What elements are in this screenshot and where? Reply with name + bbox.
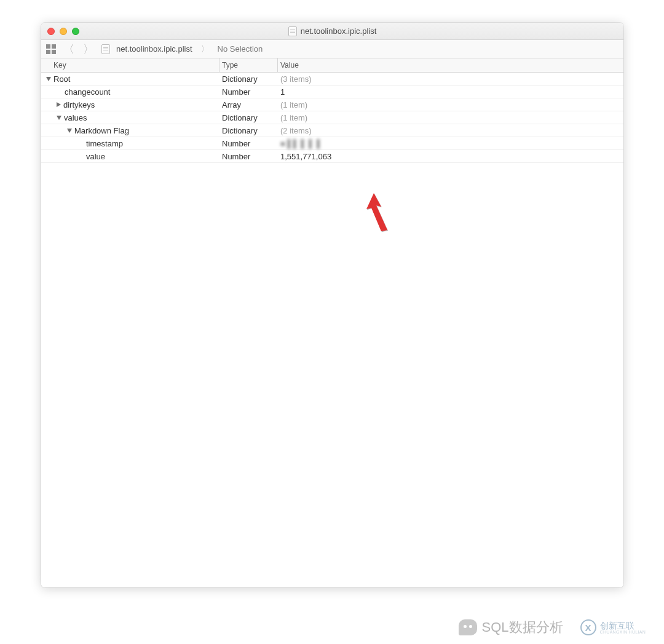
row-type[interactable]: Array [219,100,278,109]
row-key[interactable]: values [64,113,87,122]
window-title-text: net.toolinbox.ipic.plist [301,26,377,36]
table-row[interactable]: valueNumber1,551,771,063 [41,150,623,163]
disclosure-open-icon[interactable] [67,129,72,133]
row-type[interactable]: Dictionary [219,126,278,135]
plist-editor-window: net.toolinbox.ipic.plist 〈 〉 net.toolinb… [41,23,623,587]
wechat-watermark: SQL数据分析 [459,618,563,637]
column-header-key[interactable]: Key [41,58,219,72]
cx-watermark-sub: CHUANGXIN HULIAN [600,630,646,634]
nav-forward-button[interactable]: 〉 [82,44,95,55]
disclosure-closed-icon[interactable] [57,102,61,107]
wechat-watermark-text: SQL数据分析 [482,618,563,637]
column-header-type[interactable]: Type [219,58,278,72]
plist-tree[interactable]: RootDictionary(3 items)changecountNumber… [41,73,623,587]
titlebar[interactable]: net.toolinbox.ipic.plist [41,23,623,40]
breadcrumb-separator-icon: 〉 [201,44,209,55]
row-key[interactable]: dirtykeys [63,100,95,109]
row-value[interactable]: (3 items) [278,74,623,84]
row-key[interactable]: timestamp [86,139,123,148]
row-type[interactable]: Number [219,87,278,97]
cx-watermark-text: 创新互联 [600,621,646,630]
row-key[interactable]: Root [53,74,70,84]
row-value[interactable]: 1 [278,87,623,97]
plist-file-icon [101,44,110,54]
row-value[interactable]: (1 item) [278,113,623,122]
table-row[interactable]: changecountNumber1 [41,85,623,98]
table-row[interactable]: RootDictionary(3 items) [41,73,623,85]
row-type[interactable]: Number [219,152,278,161]
disclosure-open-icon[interactable] [57,116,61,120]
view-layout-icon[interactable] [46,44,56,54]
table-row[interactable]: dirtykeysArray(1 item) [41,98,623,111]
breadcrumb-file[interactable]: net.toolinbox.ipic.plist [116,44,192,54]
table-row[interactable]: timestampNumber■ ▌▌ ▌ ▌ ▌ [41,137,623,150]
breadcrumb-selection: No Selection [218,44,263,54]
table-header-row: Key Type Value [41,58,623,73]
table-row[interactable]: Markdown FlagDictionary(2 items) [41,124,623,137]
column-header-value[interactable]: Value [278,58,623,72]
window-title: net.toolinbox.ipic.plist [41,26,623,36]
row-value[interactable]: (2 items) [278,126,623,135]
row-type[interactable]: Dictionary [219,74,278,84]
row-type[interactable]: Number [219,139,278,148]
cx-logo-icon: X [580,619,596,635]
plist-file-icon [288,26,297,36]
row-value[interactable]: (1 item) [278,100,623,109]
row-key[interactable]: value [86,152,105,161]
row-key[interactable]: Markdown Flag [74,126,129,135]
row-type[interactable]: Dictionary [219,113,278,122]
wechat-icon [459,619,477,635]
nav-back-button[interactable]: 〈 [62,44,76,55]
row-key[interactable]: changecount [65,87,110,97]
cx-watermark: X 创新互联 CHUANGXIN HULIAN [580,619,646,635]
disclosure-open-icon[interactable] [46,77,51,81]
row-value[interactable]: 1,551,771,063 [278,152,623,161]
path-toolbar: 〈 〉 net.toolinbox.ipic.plist 〉 No Select… [41,40,623,58]
table-row[interactable]: valuesDictionary(1 item) [41,111,623,124]
watermarks: SQL数据分析 X 创新互联 CHUANGXIN HULIAN [459,618,646,637]
row-value[interactable]: ■ ▌▌ ▌ ▌ ▌ [278,139,623,148]
